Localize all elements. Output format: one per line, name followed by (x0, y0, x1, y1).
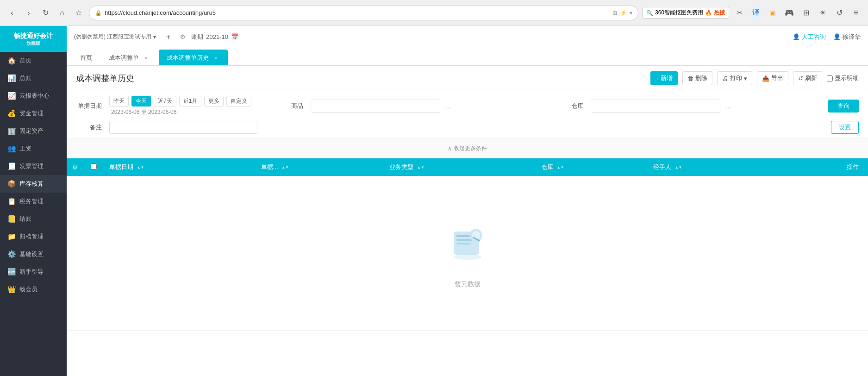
nav-icon-11: ⚙️ (7, 250, 16, 258)
col-header-4[interactable]: 经手人 ▲▼ (648, 158, 780, 176)
tab-0[interactable]: 首页 (72, 50, 100, 65)
sidebar-item-7[interactable]: 📦 库存核算 (0, 175, 67, 193)
sidebar-item-9[interactable]: 📒 结账 (0, 210, 67, 228)
svg-point-0 (454, 254, 481, 260)
sort-icon-1[interactable]: ▲▼ (281, 165, 289, 169)
undo-icon[interactable]: ↺ (833, 6, 846, 19)
game-icon[interactable]: 🎮 (783, 6, 796, 19)
new-button[interactable]: + 新增 (650, 71, 678, 85)
col-header-1[interactable]: 单据... ▲▼ (256, 158, 384, 176)
sidebar-item-6[interactable]: 🧾 发票管理 (0, 157, 67, 175)
print-button[interactable]: 🖨 打印 ▾ (717, 71, 752, 85)
more-menu-icon[interactable]: ≡ (849, 6, 862, 19)
col-header-0[interactable]: 单据日期 ▲▼ (104, 158, 256, 176)
collapse-button[interactable]: ∧ 收起更多条件 (67, 142, 868, 155)
query-button[interactable]: 查询 (828, 100, 859, 113)
sidebar-item-12[interactable]: 🆕 新手引导 (0, 263, 67, 281)
sidebar-item-1[interactable]: 📊 总账 (0, 69, 67, 87)
tab-1[interactable]: 成本调整单× (101, 50, 158, 65)
sidebar-item-4[interactable]: 🏢 固定资产 (0, 122, 67, 140)
company-selector[interactable]: (勿删勿禁用) 江西服宝测试专用 ▾ (74, 33, 156, 41)
date-preset-4[interactable]: 更多 (204, 96, 224, 107)
select-all-checkbox[interactable] (91, 163, 97, 169)
coin-icon[interactable]: ◉ (766, 6, 779, 19)
browser-menu-icon[interactable]: ⊞ (612, 10, 617, 16)
warehouse-filter-group: ... (591, 100, 821, 113)
sidebar-item-13[interactable]: 👑 畅会员 (0, 281, 67, 298)
hot-badge: 🔥 (705, 10, 712, 16)
date-preset-0[interactable]: 昨天 (109, 96, 129, 107)
col-label-2: 业务类型 (389, 163, 413, 170)
col-header-2[interactable]: 业务类型 ▲▼ (384, 158, 536, 176)
remark-input[interactable] (109, 121, 257, 134)
sort-icon-0[interactable]: ▲▼ (137, 165, 144, 169)
home-button[interactable]: ⌂ (56, 6, 69, 19)
delete-icon: 🗑 (687, 75, 693, 82)
period-value: 2021-10 (206, 33, 228, 40)
sort-icon-2[interactable]: ▲▼ (417, 165, 425, 169)
export-button[interactable]: 📤 导出 (757, 71, 788, 85)
browser-dropdown-icon[interactable]: ▾ (630, 10, 632, 16)
search-bar[interactable]: 🔍 360智能抠图免费用 🔥 热搜 (642, 7, 729, 19)
user-name[interactable]: 👤 徐泽华 (833, 33, 861, 41)
back-button[interactable]: ‹ (6, 6, 19, 19)
user-service[interactable]: 👤 人工咨询 (793, 33, 826, 41)
table-checkbox-header[interactable] (85, 158, 104, 176)
display-cols-label: 显示明细 (835, 74, 859, 82)
gear-settings-icon[interactable]: ⚙ (72, 164, 78, 171)
empty-row: 暂元数据 (67, 176, 868, 331)
refresh-button[interactable]: ↺ 刷新 (793, 71, 822, 85)
filter-settings-button[interactable]: 设置 (831, 121, 859, 134)
sun-icon[interactable]: ☀ (816, 6, 829, 19)
sidebar-item-0[interactable]: 🏠 首页 (0, 52, 67, 69)
sort-icon-4[interactable]: ▲▼ (675, 165, 682, 169)
warehouse-more-icon[interactable]: ... (723, 102, 733, 110)
date-preset-5[interactable]: 自定义 (226, 96, 251, 107)
grid-icon[interactable]: ⊞ (799, 6, 812, 19)
print-icon: 🖨 (722, 75, 728, 82)
nav-icon-7: 📦 (7, 180, 16, 188)
add-tab-button[interactable]: + (162, 31, 175, 44)
tab-2[interactable]: 成本调整单历史× (159, 50, 228, 65)
sidebar-item-2[interactable]: 📈 云报表中心 (0, 87, 67, 105)
address-bar[interactable]: 🔒 https://cloud.chanjet.com/accounting/u… (89, 6, 638, 20)
sidebar-item-8[interactable]: 📋 税务管理 (0, 193, 67, 210)
calendar-icon[interactable]: 📅 (231, 33, 238, 40)
date-preset-1[interactable]: 今天 (131, 96, 151, 107)
browser-ext-icon[interactable]: ⚡ (620, 10, 627, 16)
top-bar-right: 👤 人工咨询 👤 徐泽华 (793, 33, 861, 41)
tab-close-2[interactable]: × (212, 54, 220, 62)
goods-more-icon[interactable]: ... (443, 102, 453, 110)
display-cols-checkbox[interactable] (827, 75, 833, 81)
print-dropdown-icon[interactable]: ▾ (744, 75, 747, 82)
col-header-3[interactable]: 仓库 ▲▼ (536, 158, 648, 176)
bookmark-button[interactable]: ☆ (72, 6, 85, 19)
forward-button[interactable]: › (22, 6, 35, 19)
sidebar-item-5[interactable]: 👥 工资 (0, 140, 67, 157)
refresh-button[interactable]: ↻ (39, 6, 52, 19)
table-body: 暂元数据 (67, 176, 868, 331)
url-text: https://cloud.chanjet.com/accounting/uru… (105, 9, 610, 16)
logo-main-text: 畅捷通好会计 (14, 31, 53, 40)
delete-button[interactable]: 🗑 删除 (682, 71, 712, 85)
sidebar-item-3[interactable]: 💰 资金管理 (0, 105, 67, 122)
tab-close-1[interactable]: × (143, 54, 150, 62)
svg-rect-3 (456, 239, 473, 241)
col-label-5: 操作 (847, 163, 859, 170)
settings-gear-icon[interactable]: ⚙ (180, 33, 186, 40)
display-toggle[interactable]: 显示明细 (827, 74, 859, 82)
nav-label-5: 工资 (19, 144, 31, 153)
date-preset-2[interactable]: 近7天 (154, 96, 176, 107)
scissors-icon[interactable]: ✂ (733, 6, 746, 19)
company-dropdown-icon[interactable]: ▾ (153, 34, 156, 40)
sidebar-item-11[interactable]: ⚙️ 基础设置 (0, 245, 67, 263)
warehouse-filter-input[interactable] (591, 100, 720, 113)
nav-label-0: 首页 (19, 56, 31, 65)
table-settings-header[interactable]: ⚙ (67, 158, 85, 176)
sidebar-item-10[interactable]: 📁 归档管理 (0, 228, 67, 245)
sort-icon-3[interactable]: ▲▼ (557, 165, 564, 169)
empty-illustration (444, 218, 491, 264)
goods-filter-input[interactable] (311, 100, 440, 113)
date-preset-3[interactable]: 近1月 (179, 96, 202, 107)
translate-icon[interactable]: 译 (749, 6, 762, 19)
